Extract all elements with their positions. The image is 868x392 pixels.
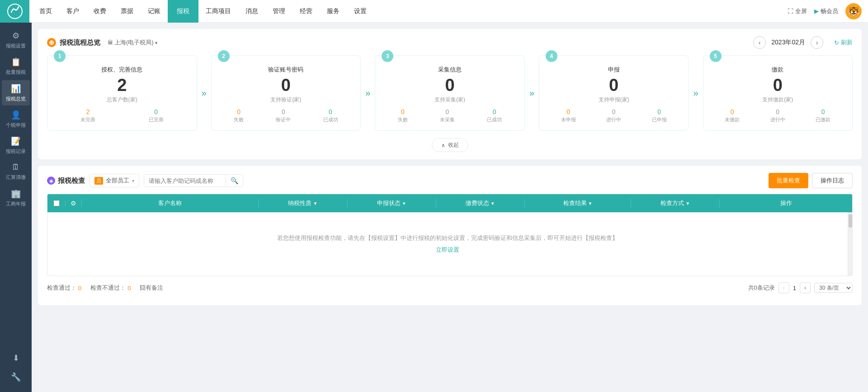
sidebar-item-tax-settings[interactable]: ⚙ 报税设置 [2, 27, 30, 53]
card2-stats: 0 失败 0 验证中 0 已成功 [218, 108, 354, 123]
card5-stat2-num: 0 [821, 108, 825, 115]
operation-log-btn[interactable]: 操作日志 [812, 173, 853, 188]
card4-stat-0: 0 未申报 [561, 108, 576, 123]
next-page-btn[interactable]: › [800, 282, 811, 293]
filter-icon-1: ▼ [313, 201, 317, 206]
nav-item-settings[interactable]: 设置 [347, 0, 374, 23]
card2-stat-0: 0 失败 [234, 108, 244, 123]
th-pay-status[interactable]: 缴费状态 ▼ [436, 199, 525, 207]
card3-stat0-num: 0 [401, 108, 405, 115]
nav-item-service[interactable]: 服务 [320, 0, 347, 23]
overview-section: ⊕ 报税流程总览 🏛 上海(电子税局) ▾ ‹ 2023年02月 › ↻ 刷新 [38, 29, 862, 159]
filter-icon-5: ▼ [685, 201, 690, 206]
table-empty-state: 若您想使用报税检查功能，请先在【报税设置】中进行报税的初始化设置，完成密码验证和… [47, 212, 848, 276]
nav-item-tax[interactable]: 报税 [168, 0, 198, 23]
nav-item-invoice[interactable]: 票据 [113, 0, 141, 23]
check-title-text: 报税检查 [58, 177, 85, 185]
location-badge[interactable]: 🏛 上海(电子税局) ▾ [108, 38, 157, 47]
collapse-btn[interactable]: ∧ 收起 [432, 138, 468, 152]
flow-card-4: 4 申报 0 支持申报(家) 0 未申报 0 进行中 [539, 55, 689, 131]
card5-stat0-num: 0 [731, 108, 734, 115]
card3-count: 0 [382, 76, 518, 95]
sidebar-item-overview[interactable]: 📊 报税总览 [2, 80, 30, 105]
arrow-2-3: » [361, 88, 375, 98]
employee-select[interactable]: 员 全部员工 ▾ [90, 174, 139, 187]
scrollbar-thumb[interactable] [849, 214, 852, 228]
sidebar-item-annual-report[interactable]: 🏢 工商年报 [2, 185, 30, 210]
scrollbar[interactable] [848, 212, 852, 276]
batch-check-btn[interactable]: 批量检查 [769, 173, 808, 188]
card5-stat-1: 0 进行中 [770, 108, 785, 123]
plus-icon: ⊕ [47, 38, 56, 47]
pass-label: 检查通过： [47, 284, 76, 292]
th-checkbox[interactable] [47, 200, 66, 206]
pass-count[interactable]: 0 [78, 285, 81, 292]
nav-item-manage[interactable]: 管理 [265, 0, 292, 23]
nav-item-message[interactable]: 消息 [238, 0, 265, 23]
prev-month-btn[interactable]: ‹ [753, 36, 766, 49]
sidebar-label-tax-record: 报税记录 [6, 148, 26, 154]
card2-stat-2: 0 已成功 [323, 108, 338, 123]
nav-item-client[interactable]: 客户 [59, 0, 86, 23]
empty-message: 若您想使用报税检查功能，请先在【报税设置】中进行报税的初始化设置，完成密码验证和… [277, 234, 618, 242]
select-all-checkbox[interactable] [53, 200, 60, 206]
sidebar-item-tax-record[interactable]: 📝 报税记录 [2, 133, 30, 158]
card5-stat1-label: 进行中 [770, 116, 785, 123]
avatar-img: 🐯 [848, 6, 859, 17]
sidebar-item-batch-tax[interactable]: 📋 批量报税 [2, 53, 30, 79]
search-input[interactable] [144, 175, 226, 186]
card3-stat1-label: 未采集 [440, 116, 455, 123]
fail-label: 检查不通过： [90, 284, 126, 292]
flow-card-1: 1 授权、完善信息 2 总客户数(家) 2 未完善 0 已完善 [47, 55, 197, 131]
card2-num: 2 [218, 50, 230, 62]
personal-tax-icon: 👤 [11, 110, 21, 120]
card5-stat-0: 0 未缴款 [725, 108, 740, 123]
logo-icon [7, 3, 23, 19]
th-gear[interactable]: ⚙ [66, 200, 82, 207]
nav-item-fee[interactable]: 收费 [86, 0, 113, 23]
card1-stat1-label: 已完善 [149, 116, 164, 123]
search-button[interactable]: 🔍 [226, 175, 243, 186]
filter-icon-3: ▼ [491, 201, 495, 206]
nav-items: 首页 客户 收费 票据 记账 报税 工商项目 消息 管理 经营 服务 设置 [29, 0, 788, 23]
nav-item-home[interactable]: 首页 [32, 0, 59, 23]
card2-stat1-label: 验证中 [276, 116, 291, 123]
nav-item-business[interactable]: 工商项目 [198, 0, 238, 23]
card4-stat-1: 0 进行中 [606, 108, 621, 123]
avatar[interactable]: 🐯 [845, 3, 862, 19]
refresh-btn[interactable]: ↻ 刷新 [834, 38, 853, 47]
th-declare-status[interactable]: 申报状态 ▼ [348, 199, 436, 207]
page-size-select[interactable]: 30 条/页50 条/页100 条/页 [814, 283, 853, 293]
note-label: 囧有备注 [140, 284, 163, 292]
card5-stat1-num: 0 [776, 108, 779, 115]
check-header: ◉ 报税检查 员 全部员工 ▾ 🔍 批量检查 操作日志 [47, 173, 853, 188]
nav-item-account[interactable]: 记账 [141, 0, 168, 23]
member-btn[interactable]: ▶ 畅会员 [814, 7, 838, 15]
card1-stat1-num: 0 [154, 108, 158, 115]
prev-page-btn[interactable]: ‹ [778, 282, 789, 293]
fail-count[interactable]: 0 [127, 285, 131, 292]
sidebar-item-download[interactable]: ⬇ [2, 349, 30, 367]
arrow-1-2: » [197, 88, 211, 98]
card4-stat0-label: 未申报 [561, 116, 576, 123]
card3-stat1-num: 0 [446, 108, 449, 115]
next-month-btn[interactable]: › [811, 36, 823, 49]
fullscreen-btn[interactable]: ⛶ 全屏 [788, 7, 807, 15]
config-icon: 🔧 [11, 372, 21, 382]
setup-link[interactable]: 立即设置 [436, 246, 459, 254]
th-check-result[interactable]: 检查结果 ▼ [525, 199, 631, 207]
th-check-method[interactable]: 检查方式 ▼ [631, 199, 720, 207]
settlement-icon: 🗓 [12, 163, 20, 172]
sidebar-item-settlement[interactable]: 🗓 汇算清缴 [2, 159, 30, 184]
employee-label: 全部员工 [106, 177, 129, 185]
sidebar-item-personal-tax[interactable]: 👤 个税申报 [2, 106, 30, 132]
card1-desc: 总客户数(家) [54, 96, 190, 104]
page-number: 1 [793, 285, 796, 292]
check-title-icon: ◉ [47, 177, 55, 185]
main-layout: ⚙ 报税设置 📋 批量报税 📊 报税总览 👤 个税申报 📝 报税记录 🗓 汇算清… [0, 23, 868, 392]
sidebar-label-annual-report: 工商年报 [6, 201, 26, 207]
th-tax-nature[interactable]: 纳税性质 ▼ [259, 199, 347, 207]
refresh-label: 刷新 [841, 38, 853, 47]
nav-item-operation[interactable]: 经营 [292, 0, 320, 23]
sidebar-item-config[interactable]: 🔧 [2, 368, 30, 386]
